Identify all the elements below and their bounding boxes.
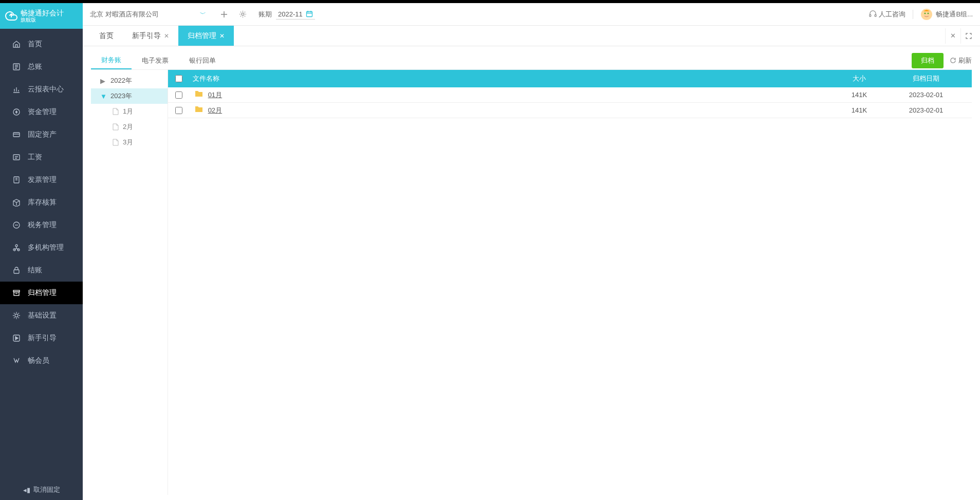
nav-settings[interactable]: 基础设置: [0, 304, 83, 327]
close-icon[interactable]: ✕: [219, 32, 225, 40]
main-area: 北京 对暇酒店有限公司 ﹀ 账期 2022-11 人工咨询: [83, 3, 980, 500]
nav-label: 库存核算: [28, 198, 57, 207]
file-icon: [113, 139, 119, 146]
caret-down-icon: ▼: [100, 92, 106, 100]
support-link[interactable]: 人工咨询: [869, 10, 905, 19]
nav-label: 资金管理: [28, 107, 57, 117]
nav-label: 固定资产: [28, 130, 57, 139]
table-row: 02月 141K 2023-02-01: [168, 103, 972, 118]
nav-close[interactable]: 结账: [0, 259, 83, 282]
tax-icon: [12, 221, 21, 229]
logo-title: 畅捷通好会计: [21, 9, 64, 17]
tree-month-2[interactable]: 2月: [91, 119, 168, 135]
tree-month-label: 3月: [123, 138, 133, 147]
nav-archive[interactable]: 归档管理: [0, 282, 83, 304]
user-menu[interactable]: 畅捷通B组...: [920, 8, 973, 21]
settings-button[interactable]: [235, 7, 250, 22]
tree-month-3[interactable]: 3月: [91, 135, 168, 150]
nav-label: 工资: [28, 153, 42, 162]
refresh-button[interactable]: 刷新: [950, 56, 972, 65]
nav-label: 归档管理: [28, 288, 57, 298]
file-date: 2023-02-01: [887, 106, 965, 114]
nav-tax[interactable]: 税务管理: [0, 214, 83, 236]
file-table: 文件名称 大小 归档日期 01月 141K 2023-02-01: [168, 70, 972, 495]
add-button[interactable]: [216, 7, 232, 22]
svg-point-14: [242, 13, 244, 15]
nav-reports[interactable]: 云报表中心: [0, 78, 83, 101]
nav-guide[interactable]: 新手引导: [0, 327, 83, 349]
asset-icon: [12, 131, 21, 139]
invoice-icon: [12, 176, 21, 184]
tree-year-label: 2023年: [110, 91, 132, 101]
year-tree: ▶ 2022年 ▼ 2023年 1月 2月: [91, 70, 168, 495]
tree-month-label: 1月: [123, 107, 133, 116]
salary-icon: [12, 153, 21, 161]
page-tabs: 首页 新手引导✕ 归档管理✕ ✕: [83, 26, 980, 46]
period-value-text: 2022-11: [278, 10, 303, 18]
nav-ledger[interactable]: 总账: [0, 55, 83, 78]
subtab-label: 银行回单: [189, 56, 216, 65]
close-icon[interactable]: ✕: [164, 32, 169, 40]
table-header: 文件名称 大小 归档日期: [168, 70, 972, 87]
file-size: 141K: [831, 106, 887, 114]
svg-rect-17: [875, 14, 877, 16]
app-logo[interactable]: 畅捷通好会计 旗舰版: [0, 3, 83, 29]
svg-point-19: [924, 12, 926, 14]
tab-home[interactable]: 首页: [90, 26, 123, 46]
row-checkbox[interactable]: [175, 91, 182, 99]
nav-fund[interactable]: 资金管理: [0, 101, 83, 123]
pin-icon: ◂▮: [23, 486, 30, 494]
nav-label: 畅会员: [28, 356, 49, 365]
archive-button[interactable]: 归档: [912, 53, 944, 68]
row-checkbox[interactable]: [175, 107, 182, 114]
close-all-tabs-button[interactable]: ✕: [945, 28, 960, 44]
gear-icon: [239, 10, 247, 18]
avatar-icon: [920, 8, 933, 21]
nav-org[interactable]: 多机构管理: [0, 236, 83, 259]
nav-label: 发票管理: [28, 175, 57, 184]
subtab-label: 财务账: [101, 55, 121, 65]
unpin-button[interactable]: ◂▮ 取消固定: [0, 479, 83, 500]
file-icon: [113, 123, 119, 131]
file-link[interactable]: 02月: [208, 106, 222, 114]
select-all-checkbox[interactable]: [175, 75, 182, 82]
close-icon: ✕: [950, 32, 956, 40]
money-icon: [12, 108, 21, 116]
file-size: 141K: [831, 91, 887, 99]
chevron-down-icon: ﹀: [200, 10, 206, 18]
company-selector[interactable]: 北京 对暇酒店有限公司 ﹀: [90, 10, 213, 19]
expand-button[interactable]: [960, 28, 976, 44]
tree-month-label: 2月: [123, 122, 133, 132]
nav-invoice[interactable]: 发票管理: [0, 169, 83, 191]
plus-icon: [220, 11, 228, 18]
member-icon: [12, 357, 21, 365]
file-link[interactable]: 01月: [208, 91, 222, 99]
user-name: 畅捷通B组...: [936, 10, 973, 19]
nav-member[interactable]: 畅会员: [0, 349, 83, 372]
nav-stock[interactable]: 库存核算: [0, 191, 83, 214]
caret-right-icon: ▶: [100, 77, 106, 85]
period-selector[interactable]: 2022-11: [276, 9, 315, 20]
subtab-bank[interactable]: 银行回单: [179, 51, 226, 69]
subtab-einvoice[interactable]: 电子发票: [132, 51, 179, 69]
tree-year-2023[interactable]: ▼ 2023年: [91, 88, 168, 104]
tab-guide[interactable]: 新手引导✕: [123, 26, 178, 46]
nav-asset[interactable]: 固定资产: [0, 123, 83, 146]
nav-salary[interactable]: 工资: [0, 146, 83, 169]
tree-year-2022[interactable]: ▶ 2022年: [91, 73, 168, 88]
content-area: 财务账 电子发票 银行回单 归档 刷新 ▶ 2022年: [83, 46, 980, 500]
nav-label: 基础设置: [28, 311, 57, 320]
nav-home[interactable]: 首页: [0, 33, 83, 55]
play-icon: [12, 334, 21, 342]
nav-list: 首页 总账 云报表中心 资金管理 固定资产 工资 发票管理 库存核算 税务管理 …: [0, 29, 83, 479]
nav-label: 结账: [28, 266, 42, 275]
chart-icon: [12, 85, 21, 94]
svg-rect-9: [14, 270, 19, 273]
subtab-finance[interactable]: 财务账: [91, 51, 132, 69]
tree-month-1[interactable]: 1月: [91, 104, 168, 119]
sidebar: 畅捷通好会计 旗舰版 首页 总账 云报表中心 资金管理 固定资产 工资 发票管理…: [0, 3, 83, 500]
nav-label: 税务管理: [28, 220, 57, 230]
tab-archive[interactable]: 归档管理✕: [178, 26, 234, 46]
home-icon: [12, 40, 21, 48]
tab-label: 归档管理: [188, 31, 216, 41]
